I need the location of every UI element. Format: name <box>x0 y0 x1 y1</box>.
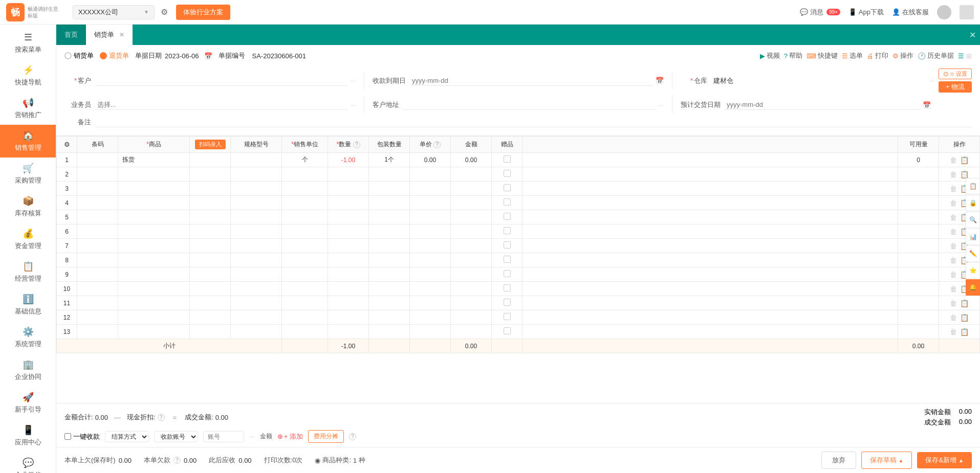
list-view-icon[interactable]: ☰ <box>958 52 964 60</box>
user-menu-icon[interactable] <box>960 5 974 19</box>
cell-amount-1[interactable] <box>451 167 492 182</box>
cell-amount-4[interactable] <box>451 210 492 224</box>
cell-barcode-2[interactable] <box>77 182 118 196</box>
customer-addr-dots-icon[interactable]: ··· <box>658 101 664 109</box>
cell-amount-8[interactable] <box>451 267 492 282</box>
cell-amount-5[interactable] <box>451 224 492 239</box>
cell-goods-8[interactable] <box>118 267 190 282</box>
sidebar-item-wechat[interactable]: 💬 企业微信 <box>0 452 56 473</box>
cell-spec-12[interactable] <box>231 325 282 339</box>
cell-qty-6[interactable] <box>328 239 369 253</box>
cell-goods-10[interactable] <box>118 296 190 310</box>
delete-icon-9[interactable]: 🗑 <box>950 285 957 293</box>
online-service-button[interactable]: 👤 在线客服 <box>892 8 929 17</box>
cell-qty-5[interactable] <box>328 224 369 239</box>
warehouse-dots-icon[interactable]: ··· <box>929 77 934 84</box>
cell-amount-10[interactable] <box>451 296 492 310</box>
messages-button[interactable]: 💬 消息 99+ <box>800 8 840 17</box>
tab-close-icon[interactable]: ✕ <box>119 31 124 38</box>
cell-goods-0[interactable]: 拣货 <box>118 153 190 167</box>
cell-unit-8[interactable] <box>282 267 328 282</box>
gift-checkbox-4[interactable] <box>504 213 511 220</box>
cell-pkgqty-11[interactable] <box>369 310 410 325</box>
tab-close-window-icon[interactable]: ✕ <box>969 30 976 40</box>
cell-goods-7[interactable] <box>118 253 190 267</box>
cell-pkgqty-10[interactable] <box>369 296 410 310</box>
cell-gift-0[interactable] <box>492 153 522 167</box>
cell-price-0[interactable]: 0.00 <box>410 153 451 167</box>
cell-pkgqty-5[interactable] <box>369 224 410 239</box>
cell-qty-0[interactable]: -1.00 <box>328 153 369 167</box>
cell-gift-1[interactable] <box>492 167 522 182</box>
payment-method-select[interactable]: 结算方式 <box>105 431 149 442</box>
cell-price-1[interactable] <box>410 167 451 182</box>
cell-price-7[interactable] <box>410 253 451 267</box>
cell-spec-8[interactable] <box>231 267 282 282</box>
cell-gift-11[interactable] <box>492 310 522 325</box>
delete-icon-1[interactable]: 🗑 <box>950 170 957 178</box>
sidebar-item-guide[interactable]: 🚀 新手引导 <box>0 387 56 419</box>
copy-icon-10[interactable]: 📋 <box>960 299 969 307</box>
cell-qty-2[interactable] <box>328 182 369 196</box>
gift-checkbox-10[interactable] <box>504 299 511 306</box>
gift-checkbox-1[interactable] <box>504 170 511 177</box>
shortcut-btn[interactable]: ⌨ 快捷键 <box>807 51 838 60</box>
cell-spec-1[interactable] <box>231 167 282 182</box>
cell-unit-3[interactable] <box>282 196 328 210</box>
cell-amount-11[interactable] <box>451 310 492 325</box>
sidebar-item-sales-mgmt[interactable]: 🏠 销售管理 <box>0 125 56 157</box>
cell-barcode-6[interactable] <box>77 239 118 253</box>
abandon-button[interactable]: 放弃 <box>821 452 856 469</box>
cell-amount-6[interactable] <box>451 239 492 253</box>
user-avatar[interactable] <box>937 5 951 19</box>
app-download-button[interactable]: 📱 App下载 <box>848 8 884 17</box>
cell-spec-6[interactable] <box>231 239 282 253</box>
cell-qty-4[interactable] <box>328 210 369 224</box>
cell-goods-1[interactable] <box>118 167 190 182</box>
cell-qty-8[interactable] <box>328 267 369 282</box>
cell-price-8[interactable] <box>410 267 451 282</box>
delete-icon-7[interactable]: 🗑 <box>950 256 957 264</box>
delete-icon-6[interactable]: 🗑 <box>950 242 957 250</box>
cost-split-help-icon[interactable]: ? <box>349 433 356 440</box>
cell-spec-2[interactable] <box>231 182 282 196</box>
rf-btn-4[interactable]: 📊 <box>966 229 980 245</box>
sidebar-item-base-info[interactable]: ℹ️ 基础信息 <box>0 288 56 321</box>
sidebar-item-ops[interactable]: 📋 经营管理 <box>0 256 56 288</box>
cell-qty-11[interactable] <box>328 310 369 325</box>
cell-unit-11[interactable] <box>282 310 328 325</box>
delete-icon-12[interactable]: 🗑 <box>950 328 957 336</box>
cell-gift-10[interactable] <box>492 296 522 310</box>
company-selector[interactable]: XXXXXX公司 ▼ <box>73 5 155 19</box>
delete-icon-0[interactable]: 🗑 <box>950 156 957 164</box>
cell-unit-1[interactable] <box>282 167 328 182</box>
cell-pkgqty-8[interactable] <box>369 267 410 282</box>
copy-icon-12[interactable]: 📋 <box>960 328 969 336</box>
sidebar-item-marketing[interactable]: 📢 营销推广 <box>0 92 56 125</box>
th-settings[interactable]: ⚙ <box>57 137 77 153</box>
expected-cal-icon[interactable]: 📅 <box>923 101 931 109</box>
tab-sales-order[interactable]: 销货单 ✕ <box>86 25 133 45</box>
cell-spec-5[interactable] <box>231 224 282 239</box>
cell-barcode-7[interactable] <box>77 253 118 267</box>
copy-icon-1[interactable]: 📋 <box>960 170 969 178</box>
cell-pkgqty-2[interactable] <box>369 182 410 196</box>
scan-btn[interactable]: 扫码录入 <box>195 140 226 149</box>
sidebar-item-quick-nav[interactable]: ⚡ 快捷导航 <box>0 59 56 92</box>
cell-amount-12[interactable] <box>451 325 492 339</box>
account-select[interactable]: 收款账号 <box>154 431 198 442</box>
save-draft-button[interactable]: 保存草稿 ▲ <box>861 452 912 469</box>
cell-unit-7[interactable] <box>282 253 328 267</box>
rf-btn-2[interactable]: 🔒 <box>966 195 980 211</box>
logistics-btn[interactable]: + 物流 <box>939 81 972 93</box>
help-btn[interactable]: ? 帮助 <box>784 51 802 60</box>
cell-pkgqty-9[interactable] <box>369 282 410 296</box>
cell-gift-12[interactable] <box>492 325 522 339</box>
cost-split-btn[interactable]: 费用分摊 <box>308 430 344 443</box>
rf-btn-1[interactable]: 📋 <box>966 178 980 194</box>
cell-unit-6[interactable] <box>282 239 328 253</box>
cell-spec-4[interactable] <box>231 210 282 224</box>
cell-goods-6[interactable] <box>118 239 190 253</box>
sidebar-item-finance[interactable]: 💰 资金管理 <box>0 223 56 256</box>
settings-btn[interactable]: ⊙ ⊙ 设置 <box>939 69 972 79</box>
